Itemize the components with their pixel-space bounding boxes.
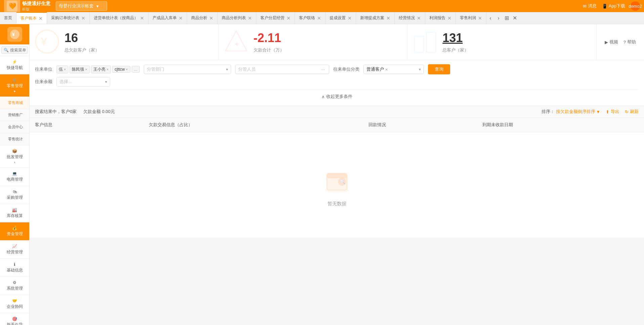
chevron-down-icon: ▾ <box>14 89 15 93</box>
close-tab-customer-book[interactable]: ✕ <box>39 16 43 21</box>
sidebar-item-basic-info[interactable]: ℹ 基础信息 <box>0 259 29 277</box>
remove-tag-1[interactable]: × <box>64 67 66 71</box>
user-menu-button[interactable]: demo2 <box>631 1 640 11</box>
export-button[interactable]: ⬆ 导出 <box>606 109 619 115</box>
sort-arrow-icon: ▼ <box>596 109 600 114</box>
tab-purchase-order-stat[interactable]: 采购订单统计表 ✕ <box>47 12 90 24</box>
help-link[interactable]: ? 帮助 <box>624 39 636 45</box>
query-button[interactable]: 查询 <box>428 64 450 74</box>
sidebar-item-purchase[interactable]: 🛍 采购管理 <box>0 186 29 204</box>
sidebar-item-operations[interactable]: 📈 经营管理 <box>0 241 29 259</box>
close-tab-purchase-stat[interactable]: ✕ <box>140 16 144 21</box>
guide-icon: 🎯 <box>12 317 17 321</box>
tab-product-analysis-list[interactable]: 商品分析列表 ✕ <box>218 12 256 24</box>
sidebar-item-inventory[interactable]: 🏭 库存核算 <box>0 204 29 222</box>
close-tab-operations[interactable]: ✕ <box>417 16 421 21</box>
svg-text:✦: ✦ <box>233 40 240 49</box>
tab-new-prompt[interactable]: 新增提成方案 ✕ <box>356 12 395 24</box>
logo-sub: 标版 <box>22 7 50 12</box>
tab-operations[interactable]: 经营情况 ✕ <box>395 12 425 24</box>
gear-icon: ⚙ <box>13 280 16 285</box>
close-tab-retail-profit[interactable]: ✕ <box>478 16 482 21</box>
tab-customer-tier[interactable]: 客户分层经营 ✕ <box>256 12 295 24</box>
message-button[interactable]: ✉ 消息 <box>583 3 597 9</box>
wholesale-icon: 📦 <box>12 149 17 153</box>
close-tab-product-analysis-list[interactable]: ✕ <box>248 16 252 21</box>
content-area: ¥ 16 总欠款客户（家） ✦ <box>30 24 644 325</box>
collapse-button[interactable]: ∧ 收起更多条件 <box>316 92 358 102</box>
balance-selector[interactable]: 选择... ▾ <box>56 77 110 86</box>
filter-tag-3: 王小亮 × <box>91 66 111 73</box>
top-bar-right: ✉ 消息 📱 App下载 demo2 <box>583 1 640 11</box>
video-link[interactable]: ▶ 视频 <box>605 39 618 45</box>
remove-tag-3[interactable]: × <box>106 67 109 71</box>
stat-customers-label: 总欠款客户（家） <box>65 47 99 53</box>
tab-profit-report[interactable]: 利润报告 ✕ <box>425 12 456 24</box>
table-body: 🔍 暂无数据 <box>30 132 644 238</box>
tab-prompt-setting[interactable]: 提成设置 ✕ <box>326 12 356 24</box>
industry-selector[interactable]: 母婴行业演示帐套 ▾ <box>56 1 107 11</box>
tab-customer-contact[interactable]: 客户联络 ✕ <box>295 12 326 24</box>
data-table: 客户信息 欠款交易信息（占比） 回款情况 到期未收款日期 <box>30 118 644 238</box>
close-tab-new-prompt[interactable]: ✕ <box>386 16 390 21</box>
refresh-button[interactable]: ↻ 刷新 <box>625 109 639 115</box>
svg-rect-8 <box>414 36 424 52</box>
stat-bg-icon-2: ✦ <box>224 30 248 55</box>
remove-tag-4[interactable]: × <box>126 67 128 71</box>
tab-close-all-button[interactable]: ✕ <box>511 12 519 24</box>
sidebar-item-marketing[interactable]: 营销推广 <box>0 109 29 121</box>
close-tab-prompt-setting[interactable]: ✕ <box>348 16 352 21</box>
close-tab-customer-contact[interactable]: ✕ <box>317 16 321 21</box>
dept-selector[interactable]: 分管部门 ▾ <box>144 65 231 74</box>
search-menu-area: 🔍 <box>0 44 29 56</box>
close-tab-purchase-order[interactable]: ✕ <box>81 16 85 21</box>
stat-total-customers: ¥ 16 总欠款客户（家） <box>30 24 219 60</box>
sort-selector[interactable]: 按欠款金额倒序排序 ▼ <box>556 109 600 115</box>
tab-expand-button[interactable]: ⊞ <box>503 12 511 24</box>
chevron-down-icon: ▾ <box>105 80 107 84</box>
sidebar-item-retail-mall[interactable]: 零售商城 <box>0 97 29 109</box>
stat-total-debt: ✦ -2.11 欠款合计（万） <box>219 24 408 60</box>
search-menu-input[interactable] <box>10 48 26 52</box>
close-tab-product-analysis[interactable]: ✕ <box>209 16 213 21</box>
close-tab-profit-report[interactable]: ✕ <box>447 16 452 21</box>
empty-state: 🔍 暂无数据 <box>35 136 639 234</box>
close-tab-product-in[interactable]: ✕ <box>179 16 183 21</box>
sidebar-item-ecommerce[interactable]: 💻 电商管理 <box>0 168 29 186</box>
sidebar-item-enterprise-coop[interactable]: 🤝 企业协同 <box>0 295 29 313</box>
top-bar: 🧡 畅捷通好生意 标版 母婴行业演示帐套 ▾ ✉ 消息 📱 App下载 <box>0 0 644 12</box>
close-tab-customer-tier[interactable]: ✕ <box>287 16 291 21</box>
svg-text:🔍: 🔍 <box>340 179 346 185</box>
tab-purchase-stat[interactable]: 进货单统计表（按商品） ✕ <box>90 12 148 24</box>
person-dots[interactable]: ··· <box>320 67 326 72</box>
tab-retail-profit[interactable]: 零售利润 ✕ <box>456 12 486 24</box>
unit-class-selector[interactable]: 普通客户 × ▾ <box>363 65 424 74</box>
tab-product-in[interactable]: 产成品入库单 ✕ <box>148 12 187 24</box>
svg-text:🧡: 🧡 <box>9 2 16 10</box>
sidebar-item-retail-mgmt[interactable]: 🛒 零售管理 ▾ <box>0 74 29 97</box>
tab-customer-book[interactable]: 客户账本 ✕ <box>16 12 47 24</box>
sidebar-item-label: 经营管理 <box>7 249 23 255</box>
filter-row-2: 往来余额 选择... ▾ <box>35 77 639 86</box>
chevron-up-icon: ∧ <box>321 94 325 99</box>
operations-icon: 📈 <box>12 244 17 249</box>
sidebar-item-member-center[interactable]: 会员中心 <box>0 121 29 133</box>
tab-product-analysis[interactable]: 商品分析 ✕ <box>187 12 218 24</box>
sidebar-item-retail-stat[interactable]: 零售统计 <box>0 133 29 145</box>
remove-tag-2[interactable]: × <box>85 67 87 71</box>
app-download-button[interactable]: 📱 App下载 <box>602 3 625 9</box>
sidebar-item-finance[interactable]: 💰 资金管理 <box>0 222 29 241</box>
sidebar-item-wholesale-mgmt[interactable]: 📦 批发管理 › <box>0 145 29 168</box>
sidebar-item-newbie[interactable]: 🎯 新手引导 <box>0 313 29 325</box>
tab-prev-button[interactable]: ‹ <box>486 12 495 24</box>
tab-next-button[interactable]: › <box>495 12 503 24</box>
person-selector[interactable]: 分管人员 ··· <box>235 65 329 74</box>
filter-tag-2: 陈民强 × <box>70 66 89 73</box>
more-tags-button[interactable]: ... <box>132 66 140 73</box>
sidebar-item-quick-nav[interactable]: ⚡ 快捷导航 <box>0 56 29 74</box>
remove-unit-class[interactable]: × <box>385 67 388 72</box>
help-area: ▶ 视频 ? 帮助 <box>597 24 644 60</box>
tab-home[interactable]: 首页 <box>0 12 16 24</box>
help-icon: ? <box>624 40 626 45</box>
sidebar-item-system-mgmt[interactable]: ⚙ 系统管理 <box>0 277 29 295</box>
